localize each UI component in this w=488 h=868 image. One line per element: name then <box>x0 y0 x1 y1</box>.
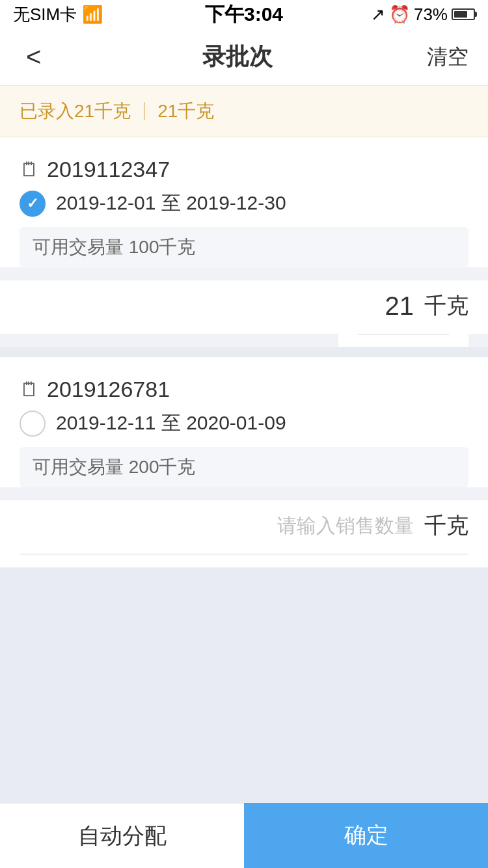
wifi-icon: 📶 <box>82 5 103 25</box>
footer: 自动分配 确定 <box>0 803 488 868</box>
alarm-icon: ⏰ <box>389 5 410 25</box>
batch-date-1: 2019-12-01 至 2019-12-30 <box>56 190 286 217</box>
back-button[interactable]: < <box>20 36 47 78</box>
nav-bar: < 录批次 清空 <box>0 29 488 86</box>
status-bar: 无SIM卡 📶 下午3:04 ↗ ⏰ 73% <box>0 0 488 29</box>
qty-value-1: 21 <box>385 292 414 321</box>
radio-button-1[interactable] <box>20 191 46 217</box>
batch-item-2: 🗒 2019126781 2019-12-11 至 2020-01-09 可用交… <box>0 357 488 487</box>
qty-unit-1: 千克 <box>424 291 468 321</box>
qty-unit-2: 千克 <box>424 511 468 541</box>
available-qty-2: 可用交易量 200千克 <box>20 447 468 487</box>
info-label: 已录入21千克 <box>20 99 131 124</box>
info-banner: 已录入21千克 21千克 <box>0 86 488 137</box>
batch-item-1: 🗒 2019112347 2019-12-01 至 2019-12-30 可用交… <box>0 137 488 267</box>
section-separator <box>0 347 488 357</box>
auto-distribute-button[interactable]: 自动分配 <box>0 803 244 868</box>
battery-percent: 73% <box>414 5 448 25</box>
battery-icon <box>452 8 475 20</box>
qty-placeholder-2[interactable]: 请输入销售数量 <box>277 513 414 539</box>
batch-id-2: 2019126781 <box>47 377 170 402</box>
carrier-text: 无SIM卡 <box>13 3 77 26</box>
location-icon: ↗ <box>371 5 385 25</box>
qty-row-1: 21 千克 <box>0 280 488 334</box>
status-time: 下午3:04 <box>205 1 283 28</box>
main-content: 已录入21千克 21千克 🗒 2019112347 2019-12-01 至 2… <box>0 86 488 868</box>
batch-doc-icon-2: 🗒 <box>20 379 39 401</box>
qty-row-2: 请输入销售数量 千克 <box>0 500 488 554</box>
batch-date-row-1[interactable]: 2019-12-01 至 2019-12-30 <box>20 190 468 217</box>
batch-date-2: 2019-12-11 至 2020-01-09 <box>56 410 286 437</box>
info-value: 21千克 <box>157 99 214 124</box>
clear-button[interactable]: 清空 <box>427 43 468 72</box>
radio-button-2[interactable] <box>20 411 46 437</box>
batch-date-row-2[interactable]: 2019-12-11 至 2020-01-09 <box>20 410 468 437</box>
confirm-button[interactable]: 确定 <box>244 803 488 868</box>
status-right: ↗ ⏰ 73% <box>371 5 475 25</box>
page-title: 录批次 <box>202 41 273 73</box>
batch-id-1: 2019112347 <box>47 157 170 182</box>
batch-doc-icon-1: 🗒 <box>20 159 39 181</box>
info-divider <box>144 102 144 120</box>
batch-header-2: 🗒 2019126781 <box>20 377 468 402</box>
batch-header-1: 🗒 2019112347 <box>20 157 468 182</box>
status-left: 无SIM卡 📶 <box>13 3 103 26</box>
available-qty-1: 可用交易量 100千克 <box>20 227 468 267</box>
qty-divider-1 <box>338 334 468 347</box>
